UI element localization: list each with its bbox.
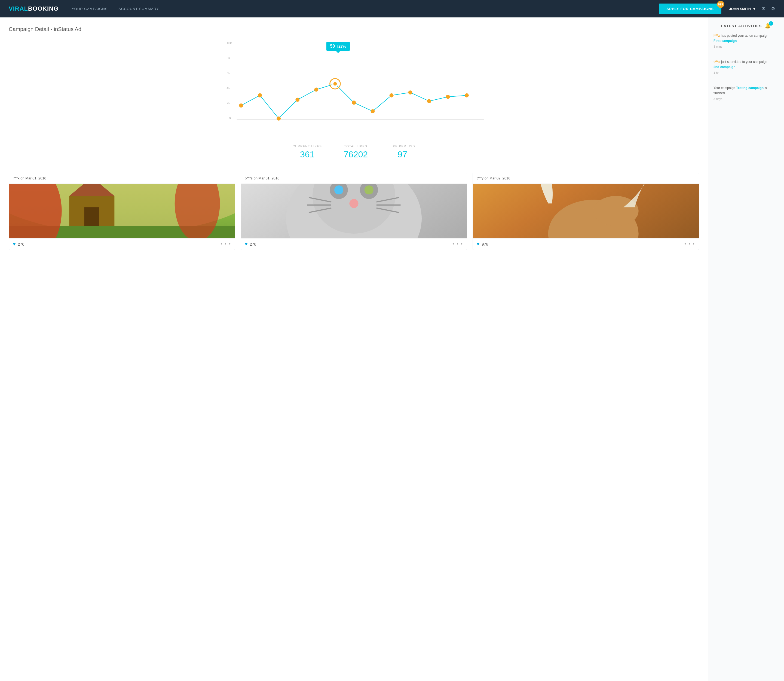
card-farm-header: i***k on Mar 01, 2016 — [9, 173, 235, 184]
page-layout: Campaign Detail - inStatus Ad 50 ↑27% 10… — [0, 17, 784, 681]
chart-dot-7 — [371, 109, 375, 113]
svg-point-14 — [365, 185, 373, 195]
username-dropdown[interactable]: JOHN SMITH ▼ — [729, 7, 756, 11]
y-label-2k: 2k — [227, 101, 230, 105]
heart-icon-cat: ♥ — [245, 241, 248, 247]
stat-value-current-likes: 361 — [292, 149, 322, 160]
chart-dot-8 — [390, 93, 394, 98]
card-horse-footer: ♥ 976 • • • — [473, 238, 699, 250]
tooltip-percent: ↑27% — [337, 44, 346, 49]
svg-point-6 — [9, 184, 62, 238]
activity-link-1[interactable]: 2nd campaign — [713, 65, 735, 69]
apply-for-campaigns-button[interactable]: APPLY FOR CAMPAIGNS — [659, 3, 721, 14]
chart-dot-12 — [465, 93, 469, 98]
card-cat-like-count: 276 — [250, 242, 256, 246]
chart-svg: 10k 8k 6k 4k 2k 0 — [9, 39, 699, 131]
mail-icon[interactable]: ✉ — [762, 6, 765, 12]
heart-icon-farm: ♥ — [13, 241, 16, 247]
stat-value-like-per-usd: 97 — [390, 149, 415, 160]
activity-time-2: 3 days — [713, 97, 779, 101]
activity-action-text-1: just submitted to your campaign — [721, 60, 767, 64]
y-label-6k: 6k — [227, 71, 230, 75]
chart-dot-active-core — [334, 82, 337, 86]
stat-label-like-per-usd: LIKE PER USD — [390, 144, 415, 148]
card-cat-footer: ♥ 276 • • • — [241, 238, 467, 250]
card-farm-likes: ♥ 276 — [13, 241, 24, 247]
more-options-cat[interactable]: • • • — [452, 241, 463, 247]
activity-user-0: i***z — [713, 34, 720, 38]
username-text: JOHN SMITH — [729, 7, 751, 11]
main-content: Campaign Detail - inStatus Ad 50 ↑27% 10… — [0, 17, 708, 681]
activity-text-before-2: Your campaign — [713, 86, 736, 90]
activity-user-1: t***s — [713, 60, 720, 64]
chart-dot-3 — [296, 98, 299, 102]
activity-link-2[interactable]: Testing campaign — [736, 86, 763, 90]
stats-row: CURRENT LIKES 361 TOTAL LIKES 76202 LIKE… — [9, 140, 699, 164]
card-farm-like-count: 276 — [18, 242, 24, 246]
card-horse-likes: ♥ 976 — [477, 241, 488, 247]
brand-viral: VIRAL — [9, 5, 28, 12]
svg-rect-4 — [84, 207, 100, 226]
chart-dot-2 — [277, 117, 281, 120]
svg-point-13 — [334, 185, 343, 195]
activity-link-0[interactable]: First campaign — [713, 39, 737, 43]
page-title: Campaign Detail - inStatus Ad — [9, 26, 699, 32]
card-farm-footer: ♥ 276 • • • — [9, 238, 235, 250]
stat-label-total-likes: TOTAL LIKES — [343, 144, 368, 148]
stat-total-likes: TOTAL LIKES 76202 — [343, 144, 368, 160]
card-farm-image — [9, 184, 235, 238]
y-label-0: 0 — [229, 116, 231, 120]
stat-value-total-likes: 76202 — [343, 149, 368, 160]
tooltip-arrow — [336, 51, 340, 53]
nav-your-campaigns[interactable]: YOUR CAMPAIGNS — [71, 7, 107, 11]
chart-tooltip: 50 ↑27% — [326, 42, 350, 51]
activity-item-2: Your campaign Testing campaign is finish… — [713, 86, 779, 106]
sidebar-title: LATEST ACTIVITIES 🔔 1 — [713, 23, 779, 29]
stat-label-current-likes: CURRENT LIKES — [292, 144, 322, 148]
heart-icon-horse: ♥ — [477, 241, 480, 247]
y-label-8k: 8k — [227, 56, 230, 60]
chart-dot-11 — [446, 95, 450, 99]
chart-container: 50 ↑27% 10k 8k 6k 4k 2k 0 — [9, 39, 699, 131]
card-horse: t***y on Mar 02, 2016 — [473, 173, 699, 250]
card-cat: b***s on Mar 01, 2016 — [241, 173, 467, 250]
stat-current-likes: CURRENT LIKES 361 — [292, 144, 322, 160]
apply-btn-wrapper: APPLY FOR CAMPAIGNS 999 — [659, 3, 721, 14]
card-horse-like-count: 976 — [482, 242, 488, 246]
chevron-down-icon: ▼ — [752, 7, 756, 11]
card-cat-likes: ♥ 276 — [245, 241, 256, 247]
sidebar-title-text: LATEST ACTIVITIES — [721, 24, 762, 28]
activity-time-0: 3 mins — [713, 44, 779, 49]
bell-wrapper: 🔔 1 — [765, 23, 771, 29]
navbar-user: JOHN SMITH ▼ ✉ ⚙ — [729, 6, 775, 12]
activity-item-0: i***z has posted your ad on campaign Fir… — [713, 33, 779, 54]
svg-point-15 — [349, 199, 358, 208]
activity-item-1: t***s just submitted to your campaign 2n… — [713, 59, 779, 80]
bell-badge: 1 — [769, 21, 773, 25]
sidebar: LATEST ACTIVITIES 🔔 1 i***z has posted y… — [708, 17, 784, 681]
activity-time-1: 1 hr — [713, 71, 779, 75]
activity-action-text-0: has posted your ad on campaign — [721, 34, 768, 38]
gear-icon[interactable]: ⚙ — [771, 6, 775, 12]
chart-dot-4 — [314, 88, 318, 92]
card-cat-header: b***s on Mar 01, 2016 — [241, 173, 467, 184]
card-horse-header: t***y on Mar 02, 2016 — [473, 173, 699, 184]
brand-logo[interactable]: VIRALBOOKING — [9, 5, 58, 12]
card-farm: i***k on Mar 01, 2016 — [9, 173, 235, 250]
chart-dot-1 — [258, 93, 262, 98]
nav-account-summary[interactable]: ACCOUNT SUMMARY — [119, 7, 159, 11]
chart-dot-6 — [352, 100, 356, 105]
chart-dot-0 — [239, 103, 243, 108]
nav-links: YOUR CAMPAIGNS ACCOUNT SUMMARY — [71, 7, 659, 11]
y-label-4k: 4k — [227, 86, 230, 90]
stat-like-per-usd: LIKE PER USD 97 — [390, 144, 415, 160]
svg-point-7 — [175, 184, 220, 238]
navbar: VIRALBOOKING YOUR CAMPAIGNS ACCOUNT SUMM… — [0, 0, 784, 17]
y-label-10k: 10k — [227, 41, 232, 45]
more-options-horse[interactable]: • • • — [684, 241, 695, 247]
card-cat-image — [241, 184, 467, 238]
apply-badge: 999 — [717, 1, 724, 8]
more-options-farm[interactable]: • • • — [220, 241, 231, 247]
brand-booking: BOOKING — [28, 5, 58, 12]
chart-dot-10 — [427, 99, 431, 103]
